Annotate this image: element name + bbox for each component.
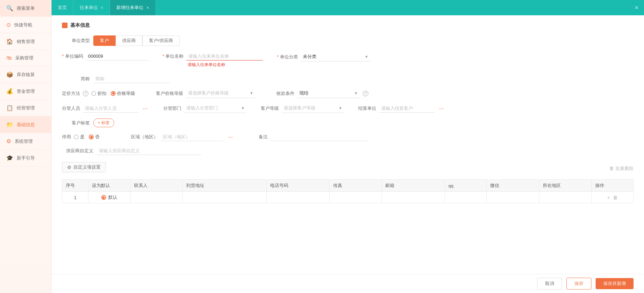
type-btn-customer[interactable]: 客户 (93, 35, 116, 46)
unit-name-field: 单位名称 请输入往来单位名称 (163, 52, 263, 68)
tab-partners[interactable]: 往来单位 × (73, 0, 110, 15)
email-input[interactable] (385, 195, 441, 200)
row-actions: + 🗑 (591, 192, 633, 203)
manager-input[interactable] (83, 104, 139, 113)
department-select[interactable]: 请输入分管部门 ▼ (184, 104, 247, 113)
window-close-button[interactable]: × (629, 0, 644, 15)
col-fax: 传真 (329, 180, 382, 192)
disabled-yes[interactable]: 是 (74, 134, 85, 140)
unit-code-input[interactable] (86, 52, 149, 60)
type-btn-supplier[interactable]: 供应商 (116, 35, 142, 46)
sidebar-item-quicknav[interactable]: ⊙ 快捷导航 (0, 17, 51, 33)
sidebar-item-sales[interactable]: 🏠 销售管理 (0, 33, 51, 50)
sidebar-item-guide[interactable]: 🎓 新手引导 (0, 150, 51, 166)
region-field: 区域（地区） ··· (131, 133, 234, 141)
address-input[interactable] (186, 195, 263, 200)
batch-delete-btn[interactable]: 🗑 批量删除 (609, 165, 634, 172)
unit-category-select[interactable]: 未分类 ▼ (301, 52, 370, 62)
unit-category-label: 单位分类 (277, 54, 298, 60)
delete-row-btn[interactable]: 🗑 (613, 195, 618, 200)
col-email: 邮箱 (382, 180, 445, 192)
add-row-btn[interactable]: + (607, 195, 610, 200)
payment-condition-select[interactable]: 现结 ▼ (297, 89, 360, 98)
sales-icon: 🏠 (6, 38, 13, 45)
manager-label: 分管人员 (62, 105, 80, 112)
guide-icon: 🎓 (6, 155, 13, 161)
supplier-custom-input[interactable] (97, 147, 201, 155)
unit-category-field: 单位分类 未分类 ▼ (277, 52, 370, 62)
form-content: 基本信息 单位类型 客户 供应商 客户/供应商 单位编码 单位名称 (52, 15, 644, 293)
tab-new-partner-close[interactable]: × (146, 5, 149, 10)
pricing-discount[interactable]: 折扣 (91, 90, 107, 97)
region-more-btn[interactable]: ··· (226, 134, 234, 140)
row-address[interactable] (183, 192, 267, 203)
row-region-input[interactable] (543, 195, 588, 200)
custom-settings-button[interactable]: ⚙ 自定义项设置 (62, 162, 106, 172)
sidebar-item-purchase[interactable]: 🛍 采购管理 (0, 50, 51, 66)
row-contact[interactable] (130, 192, 183, 203)
disabled-yes-radio (74, 135, 79, 139)
customer-tag-label: 客户标签 (62, 120, 90, 126)
row-email[interactable] (382, 192, 445, 203)
fax-input[interactable] (333, 195, 378, 200)
row-default: 默认 (88, 192, 130, 203)
remark-field: 备注 (259, 133, 368, 141)
sidebar-item-stock[interactable]: 📦 库存核算 (0, 66, 51, 83)
pricing-help-icon[interactable]: ? (83, 91, 88, 96)
unit-name-input[interactable] (186, 52, 263, 60)
sidebar: 🔍 搜索菜单 ⊙ 快捷导航 🏠 销售管理 🛍 采购管理 📦 库存核算 💰 资金管… (0, 0, 52, 293)
phone-input[interactable] (270, 195, 326, 200)
short-name-label: 简称 (62, 76, 90, 82)
customer-price-level-arrow: ▼ (250, 91, 253, 95)
settlement-unit-input[interactable] (379, 104, 435, 113)
col-no: 序号 (62, 180, 88, 192)
row-phone[interactable] (267, 192, 330, 203)
management-icon: 📋 (6, 105, 13, 111)
sidebar-item-system[interactable]: ⚙ 系统管理 (0, 133, 51, 150)
manager-more-btn[interactable]: ··· (141, 105, 149, 112)
row-default-radio[interactable] (101, 195, 106, 200)
tag-add-button[interactable]: + 标签 (93, 119, 114, 127)
row-fax[interactable] (329, 192, 382, 203)
disabled-radio-group: 是 否 (74, 134, 100, 140)
tab-new-partner[interactable]: 新增往来单位 × (110, 0, 156, 15)
disabled-no[interactable]: 否 (89, 134, 100, 140)
sidebar-item-basic[interactable]: 📁 基础信息 (0, 116, 51, 133)
section-icon (62, 23, 68, 28)
remark-input[interactable] (270, 133, 368, 141)
pricing-price-level[interactable]: 价格等级 (111, 90, 135, 97)
qq-input[interactable] (448, 195, 483, 200)
short-name-input[interactable] (93, 75, 170, 83)
save-button[interactable]: 保存 (566, 278, 591, 290)
settlement-more-btn[interactable]: ··· (438, 105, 446, 112)
settlement-unit-field: 结算单位 ··· (358, 104, 446, 113)
remark-label: 备注 (259, 134, 268, 140)
type-btn-both[interactable]: 客户/供应商 (142, 35, 180, 46)
sidebar-item-search[interactable]: 🔍 搜索菜单 (0, 0, 51, 17)
customer-level-select[interactable]: 请选择客户等级 ▼ (282, 104, 344, 113)
payment-help-icon[interactable]: ? (363, 91, 368, 96)
wechat-input[interactable] (490, 195, 535, 200)
col-contact: 联系人 (130, 180, 183, 192)
customer-price-level-select[interactable]: 请选择客户价格等级 ▼ (186, 89, 256, 98)
tab-home[interactable]: 首页 (52, 0, 73, 15)
disabled-no-radio (89, 135, 94, 139)
table-row: 1 默认 (62, 192, 634, 203)
tab-partners-close[interactable]: × (101, 5, 103, 10)
batch-delete-icon: 🗑 (609, 165, 614, 171)
row-region[interactable] (539, 192, 591, 203)
unit-name-label: 单位名称 (163, 53, 184, 59)
customer-level-label: 客户等级 (261, 105, 279, 112)
department-field: 分管部门 请输入分管部门 ▼ (163, 104, 247, 113)
pricing-method-field: 定价方法 ? 折扣 价格等级 (62, 90, 135, 97)
region-input[interactable] (161, 133, 223, 141)
sidebar-item-finance[interactable]: 💰 资金管理 (0, 83, 51, 100)
sidebar-item-management[interactable]: 📋 经营管理 (0, 100, 51, 116)
contact-input[interactable] (134, 195, 179, 200)
save-new-button[interactable]: 保存并新增 (596, 278, 634, 289)
cancel-button[interactable]: 取消 (537, 278, 562, 290)
row-wechat[interactable] (487, 192, 539, 203)
row-qq[interactable] (445, 192, 486, 203)
unit-name-error: 请输入往来单位名称 (188, 62, 263, 68)
unit-code-label: 单位编码 (62, 53, 83, 59)
